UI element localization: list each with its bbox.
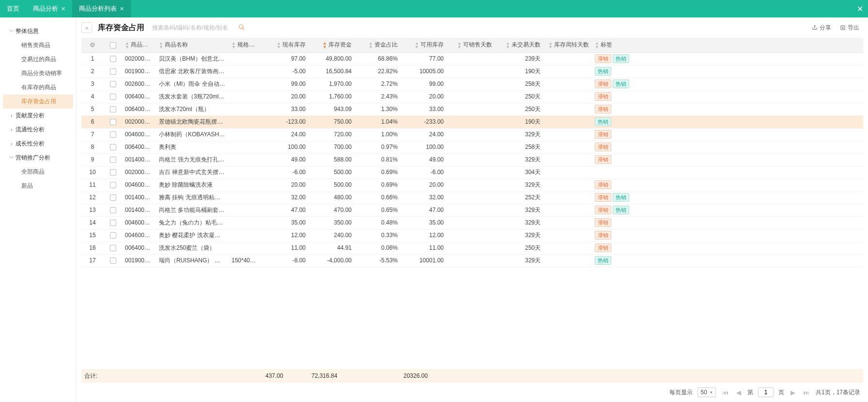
row-checkbox[interactable] [110, 81, 116, 87]
pager-first-button[interactable]: ⏮ [721, 389, 730, 396]
table-row[interactable]: 10002000…吉百 禅意新中式玄关摆件客-6.00500.000.69%-6… [81, 166, 863, 178]
col-chk[interactable] [104, 38, 122, 52]
pager-prev-button[interactable]: ◀ [735, 389, 743, 396]
tree-item[interactable]: 商品分类动销率 [0, 66, 76, 80]
collapse-sidebar-button[interactable]: « [81, 22, 92, 33]
tree-item[interactable]: 有库存的商品 [0, 80, 76, 95]
tab-商品分析[interactable]: 商品分析✕ [26, 0, 72, 17]
search-input[interactable] [152, 24, 234, 31]
chevron-right-icon: › [9, 141, 15, 146]
row-checkbox[interactable] [110, 220, 116, 226]
table-row[interactable]: 2001900…倍思家 北欧客厅装饰画卧室-5.0016,500.8422.82… [81, 65, 863, 78]
tag-badge: 滞销 [595, 206, 611, 214]
gear-icon[interactable]: ⚙ [90, 41, 95, 48]
table-row[interactable]: 6002000…景德镇北欧陶瓷花瓶摆件 创-123.00750.001.04%-… [81, 115, 863, 128]
table-row[interactable]: 8006400…奥利奥100.00700.000.97%100.00258天滞销 [81, 141, 863, 153]
tree-group[interactable]: ﹀整体信息 [0, 24, 76, 38]
checkbox-all[interactable] [110, 42, 116, 48]
col-avail[interactable]: ▲▼可用库存 [401, 38, 447, 52]
col-spec[interactable]: ▲▼规格型号 [229, 38, 263, 52]
share-button[interactable]: 分享 [812, 24, 831, 32]
row-checkbox[interactable] [110, 182, 116, 188]
row-checkbox[interactable] [110, 257, 116, 264]
row-checkbox[interactable] [110, 232, 116, 239]
table-row[interactable]: 9001400…尚格兰 强力无痕免打孔浴室49.00588.000.81%49.… [81, 153, 863, 166]
table-row[interactable]: 12001400…雅高 挂钩 无痕透明粘钩 强32.00480.000.66%3… [81, 191, 863, 204]
row-checkbox[interactable] [110, 157, 116, 163]
table-row[interactable]: 1002000…贝汉美（BHM）创意北欧XX97.0049,800.0068.8… [81, 52, 863, 65]
sort-icon: ▲▼ [369, 41, 373, 49]
tree-group[interactable]: ›贡献度分析 [0, 109, 76, 123]
tree-group[interactable]: ﹀营销推广分析 [0, 151, 76, 165]
row-checkbox[interactable] [110, 94, 116, 100]
table-row[interactable]: 16006400…洗发水250蜜兰（袋）11.0044.910.06%11.00… [81, 241, 863, 254]
export-button[interactable]: 导出 [840, 24, 859, 32]
tree-item[interactable]: 全部商品 [0, 165, 76, 179]
col-idx[interactable]: ⚙ [81, 38, 104, 52]
col-saledays[interactable]: ▲▼可销售天数 [447, 38, 495, 52]
row-checkbox[interactable] [110, 169, 116, 176]
tag-badge: 滞销 [595, 143, 611, 151]
table-row[interactable]: 17001900…瑞尚（RUISHANG） 卧室XX150*40厘米-8.00-… [81, 254, 863, 267]
close-icon[interactable]: ✕ [120, 6, 124, 12]
tag-badge: 滞销 [595, 130, 611, 139]
row-checkbox[interactable] [110, 131, 116, 138]
table-row[interactable]: 11004600…奥妙 除菌除螨洗衣液20.00500.000.69%20.00… [81, 178, 863, 191]
sort-icon: ▲▼ [415, 41, 419, 49]
col-stock[interactable]: ▲▼现有库存 [263, 38, 309, 52]
sort-icon: ▲▼ [548, 41, 553, 49]
col-pct[interactable]: ▲▼资金占比 [355, 38, 401, 52]
tag-badge: 滞销 [595, 54, 611, 63]
tree-item[interactable]: 销售类商品 [0, 38, 76, 52]
col-notrade[interactable]: ▲▼未交易天数 [495, 38, 543, 52]
table-row[interactable]: 3002600…小米（MI）雨伞 全自动折叠99.001,970.002.72%… [81, 78, 863, 90]
pager-last-button[interactable]: ⏭ [802, 389, 811, 396]
data-table: ⚙▲▼商品…▲▼商品名称▲▼规格型号▲▼现有库存▲▼库存资金▲▼资金占比▲▼可用… [81, 38, 863, 267]
tag-badge: 滞销 [595, 218, 611, 227]
tag-badge: 热销 [613, 193, 629, 202]
tree-item[interactable]: 新品 [0, 179, 76, 193]
tab-首页[interactable]: 首页 [0, 0, 26, 17]
pager-summary: 共1页，17条记录 [816, 388, 860, 397]
col-turndays[interactable]: ▲▼库存周转天数 [543, 38, 592, 52]
row-checkbox[interactable] [110, 245, 116, 251]
row-checkbox[interactable] [110, 119, 116, 125]
tree-item[interactable]: 交易过的商品 [0, 52, 76, 66]
tab-商品分析列表[interactable]: 商品分析列表✕ [72, 0, 131, 17]
tree-item[interactable]: 库存资金占用 [3, 95, 73, 109]
row-checkbox[interactable] [110, 144, 116, 150]
close-icon[interactable]: ✕ [61, 6, 65, 12]
table-row[interactable]: 7004600…小林制药（KOBAYASHI）日24.00720.001.00%… [81, 128, 863, 141]
table-row[interactable]: 15004600…奥妙 樱花柔护 洗衣凝珠 1012.00240.000.33%… [81, 229, 863, 241]
tree-group[interactable]: ›成长性分析 [0, 137, 76, 151]
sort-icon: ▲▼ [125, 41, 129, 49]
row-checkbox[interactable] [110, 207, 116, 213]
table-row[interactable]: 13001400…尚格兰 多功能马桶刷套装 带47.00470.000.65%4… [81, 204, 863, 216]
sort-icon: ▲▼ [159, 41, 163, 49]
table-row[interactable]: 5006400…洗发水720ml（瓶）33.00943.091.30%33.00… [81, 103, 863, 115]
col-code[interactable]: ▲▼商品… [122, 38, 156, 52]
perpage-select[interactable]: 50 ▾ [698, 387, 716, 397]
row-checkbox[interactable] [110, 106, 116, 113]
sort-icon: ▲▼ [277, 41, 281, 49]
totals-row: 合计:437.0072,316.8420326.00 [81, 369, 863, 383]
row-checkbox[interactable] [110, 56, 116, 62]
table-row[interactable]: 4006400…洗发水套装（3瓶720ml+1X20.001,760.002.4… [81, 90, 863, 103]
page-title: 库存资金占用 [98, 23, 144, 33]
tree-group[interactable]: ›流通性分析 [0, 123, 76, 137]
tag-badge: 热销 [595, 256, 611, 265]
col-name[interactable]: ▲▼商品名称 [156, 38, 229, 52]
svg-point-0 [239, 24, 243, 28]
search-icon[interactable] [238, 24, 245, 32]
table-row[interactable]: 14004600…兔之力（兔の力）粘毛器粘35.00350.000.48%35.… [81, 216, 863, 229]
row-checkbox[interactable] [110, 194, 116, 201]
tag-badge: 热销 [613, 54, 629, 63]
row-checkbox[interactable] [110, 68, 116, 75]
tag-badge: 滞销 [595, 180, 611, 189]
pager-next-button[interactable]: ▶ [789, 389, 797, 396]
col-tags[interactable]: ▲▼标签 [592, 38, 863, 52]
pager-page-input[interactable] [758, 387, 774, 397]
topbar-close-button[interactable]: ✕ [857, 0, 863, 17]
col-fund[interactable]: ▲▼库存资金 [309, 38, 355, 52]
sort-icon: ▲▼ [457, 41, 462, 49]
